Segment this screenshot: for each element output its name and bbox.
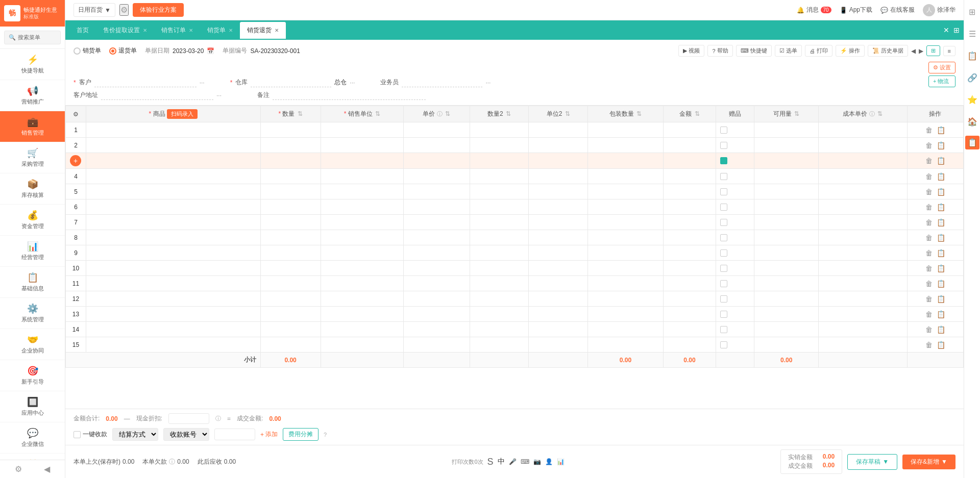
gift-cb-10[interactable] [720,265,727,272]
delete-row-btn-14[interactable]: 🗑 [924,324,934,335]
remark-input[interactable] [273,90,426,100]
help-btn[interactable]: ? 帮助 [707,45,732,57]
sales-unit-cell-4[interactable] [321,169,403,184]
unit2-cell-13[interactable] [529,307,588,322]
copy-row-btn-11[interactable]: 📋 [936,279,946,289]
sidebar-settings-btn[interactable]: ⚙ [15,464,22,474]
gift-cb-12[interactable] [720,295,727,303]
product-cell-15[interactable] [86,337,261,353]
radio-sales-note[interactable]: 销货单 [74,46,101,55]
qty2-cell-11[interactable] [470,276,529,291]
tab-sales-return[interactable]: 销货退货 ✕ [240,22,286,39]
pack-sort-icon[interactable]: ⇅ [636,110,642,117]
sales-unit-cell-11[interactable] [321,276,403,291]
qty2-cell-12[interactable] [470,291,529,307]
tab-price-setting-close[interactable]: ✕ [143,28,147,33]
pack-qty-cell-9[interactable] [588,245,664,261]
qty2-cell-4[interactable] [470,169,529,184]
unit-price-cell-6[interactable] [403,199,470,215]
sidebar-item-guide[interactable]: 🎯 新手引导 [0,360,65,391]
pack-qty-cell-14[interactable] [588,322,664,337]
warehouse-input[interactable] [251,78,331,87]
gift-cb-3[interactable] [720,157,727,164]
qty-sort-icon[interactable]: ⇅ [298,110,303,117]
product-input-11[interactable] [90,280,256,287]
available-cell-5[interactable] [754,184,818,199]
qty2-cell-14[interactable] [470,322,529,337]
one-click-payment-checkbox[interactable]: 一键收款 [74,430,107,439]
salesperson-dots-btn[interactable]: ··· [485,79,491,86]
product-input-5[interactable] [90,188,256,195]
qty2-sort-icon[interactable]: ⇅ [506,110,511,117]
product-cell-5[interactable] [86,184,261,199]
salesperson-input[interactable] [402,78,482,87]
cost-price-cell-15[interactable] [818,337,907,353]
product-input-7[interactable] [90,218,256,226]
mic-icon[interactable]: 🎤 [509,458,517,465]
amount-cell-11[interactable] [663,276,716,291]
amount-cell-3[interactable] [663,153,716,169]
sales-unit-cell-6[interactable] [321,199,403,215]
tab-sales-delivery[interactable]: 销货单 ✕ [200,22,240,39]
available-cell-1[interactable] [754,122,818,138]
quantity-cell-9[interactable] [260,245,321,261]
grid-view-btn[interactable]: ⊞ [926,45,940,56]
product-input-14[interactable] [90,325,256,333]
save-new-button[interactable]: 保存&新增 ▼ [902,455,955,469]
delete-row-btn-9[interactable]: 🗑 [924,248,934,258]
copy-row-btn-10[interactable]: 📋 [936,263,946,273]
rp-icon-7[interactable]: 📋 [965,136,979,149]
product-input-6[interactable] [90,203,256,211]
product-input-1[interactable] [90,126,256,134]
available-cell-10[interactable] [754,261,818,276]
video-btn[interactable]: ▶ 视频 [678,45,704,57]
product-input-12[interactable] [90,295,256,303]
cost-price-cell-7[interactable] [818,215,907,230]
sidebar-item-wechat[interactable]: 💬 企业微信 [0,422,65,454]
pack-qty-cell-4[interactable] [588,169,664,184]
rp-icon-1[interactable]: ⊞ [969,4,975,20]
product-cell-3[interactable] [86,153,261,169]
cost-price-cell-8[interactable] [818,230,907,245]
product-input-10[interactable] [90,264,256,272]
gift-cb-6[interactable] [720,204,727,211]
industry-selector[interactable]: 日用百货 ▼ [74,3,115,17]
sales-unit-cell-13[interactable] [321,307,403,322]
add-payment-btn[interactable]: + 添加 [260,430,278,439]
available-cell-11[interactable] [754,276,818,291]
expense-info-icon[interactable]: ? [324,432,327,438]
amount-cell-9[interactable] [663,245,716,261]
price-sort-icon[interactable]: ⇅ [445,110,450,117]
pack-qty-cell-2[interactable] [588,138,664,153]
unit-sort-icon[interactable]: ⇅ [375,110,380,117]
sidebar-item-purchase[interactable]: 🛒 采购管理 [0,142,65,173]
amount-sort-icon[interactable]: ⇅ [695,110,700,117]
amount-cell-1[interactable] [663,122,716,138]
rp-icon-5[interactable]: ⭐ [967,92,977,108]
cost-price-cell-1[interactable] [818,122,907,138]
amount-cell-10[interactable] [663,261,716,276]
product-cell-10[interactable] [86,261,261,276]
unit-price-cell-8[interactable] [403,230,470,245]
tab-sales-order[interactable]: 销售订单 ✕ [154,22,200,39]
pack-qty-cell-5[interactable] [588,184,664,199]
product-input-8[interactable] [90,234,256,241]
amount-cell-4[interactable] [663,169,716,184]
unit-price-cell-10[interactable] [403,261,470,276]
unit2-cell-14[interactable] [529,322,588,337]
sales-unit-cell-5[interactable] [321,184,403,199]
qty2-cell-6[interactable] [470,199,529,215]
product-cell-4[interactable] [86,169,261,184]
qty2-cell-13[interactable] [470,307,529,322]
product-input-2[interactable] [90,141,256,149]
amount-cell-7[interactable] [663,215,716,230]
product-input-15[interactable] [90,341,256,348]
chart-icon-footer[interactable]: 📊 [557,458,565,465]
sales-unit-cell-14[interactable] [321,322,403,337]
copy-row-btn-6[interactable]: 📋 [936,202,946,212]
sidebar-item-apps[interactable]: 🔲 应用中心 [0,391,65,422]
avail-sort-icon[interactable]: ⇅ [794,110,799,117]
product-cell-11[interactable] [86,276,261,291]
qty2-cell-7[interactable] [470,215,529,230]
sidebar-item-inventory[interactable]: 📦 库存核算 [0,173,65,205]
